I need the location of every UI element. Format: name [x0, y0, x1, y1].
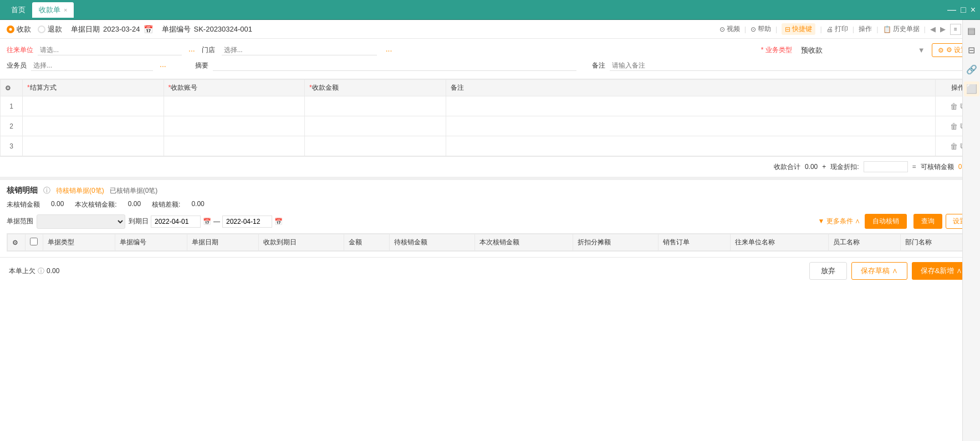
recon-col-staff: 员工名称 — [829, 234, 901, 251]
prev-icon[interactable]: ◀ — [930, 25, 936, 33]
pending-tab[interactable]: 待核销单据(0笔) — [56, 186, 104, 196]
table-row: 3 🗑 ⧉ — [1, 136, 980, 156]
help-btn[interactable]: ⊙ 帮助 — [751, 24, 771, 34]
tab-current[interactable]: 收款单 × — [32, 2, 74, 18]
col-settings[interactable]: ⚙ — [1, 80, 23, 96]
counterpart-input[interactable] — [38, 45, 182, 55]
business-type-value: 预收款 — [801, 45, 911, 55]
store-more-icon[interactable]: ··· — [384, 46, 395, 55]
sidebar-link-icon[interactable]: 🔗 — [964, 62, 979, 77]
sidebar-expand-icon[interactable]: ⬜ — [964, 81, 979, 96]
collection-table: ⚙ *结算方式 *收款账号 *收款金额 备注 操作 1 — [0, 79, 980, 156]
recon-select-all[interactable] — [30, 238, 38, 245]
range-select[interactable] — [37, 214, 125, 229]
tab-close-icon[interactable]: × — [64, 7, 67, 13]
current-label: 本单上欠 — [9, 266, 35, 276]
print-btn[interactable]: 🖨 打印 — [826, 24, 848, 34]
auto-reconcile-btn[interactable]: 自动核销 — [865, 214, 907, 229]
recon-info-icon[interactable]: ⓘ — [43, 186, 50, 196]
history-btn[interactable]: 📋 历史单据 — [883, 24, 920, 34]
radio-collection-dot — [7, 25, 14, 33]
recon-search-area: 单据范围 到期日 📅 — 📅 — [7, 214, 811, 229]
business-type-label: * 业务类型 — [761, 45, 792, 55]
amount-2[interactable] — [305, 116, 446, 136]
recon-table-wrapper: ⚙ 单据类型 单据编号 单据日期 收款到期日 金额 待核销金额 本次核销金额 — [7, 233, 973, 252]
settlement-2[interactable] — [23, 116, 164, 136]
note-input[interactable] — [610, 60, 973, 71]
settlement-1[interactable] — [23, 96, 164, 116]
equals-sign: = — [912, 163, 916, 171]
amount-3[interactable] — [305, 136, 446, 156]
amount-1[interactable] — [305, 96, 446, 116]
date-value[interactable]: 2023-03-24 — [103, 25, 140, 33]
radio-refund-label: 退款 — [48, 24, 62, 34]
calendar-to-icon[interactable]: 📅 — [274, 218, 283, 225]
staff-input[interactable] — [31, 60, 153, 71]
table-row: 2 🗑 ⧉ — [1, 116, 980, 136]
close-icon[interactable]: × — [971, 5, 976, 15]
delete-row-2-icon[interactable]: 🗑 — [950, 122, 958, 131]
more-conditions-btn[interactable]: ▼ 更多条件 ∧ — [818, 217, 860, 226]
recon-col-settings[interactable]: ⚙ — [8, 234, 25, 251]
note-1[interactable] — [446, 96, 936, 116]
reconciliation-section: 核销明细 ⓘ 待核销单据(0笔) 已核销单据(0笔) 未核销金额 0.00 本次… — [0, 177, 980, 257]
form-row-2: 业务员 ··· 摘要 备注 — [7, 60, 973, 71]
recon-col-counterpart: 往来单位名称 — [730, 234, 829, 251]
tab-home-label: 首页 — [11, 5, 25, 15]
date-label: 单据日期 — [71, 24, 100, 34]
settlement-3[interactable] — [23, 136, 164, 156]
operation-btn[interactable]: 操作 — [859, 24, 872, 34]
delete-row-3-icon[interactable]: 🗑 — [950, 142, 958, 151]
col-note: 备注 — [446, 80, 936, 96]
counterpart-more-icon[interactable]: ··· — [186, 46, 197, 55]
radio-collection[interactable]: 收款 — [7, 24, 31, 34]
calendar-from-icon[interactable]: 📅 — [203, 218, 211, 225]
account-1[interactable] — [164, 96, 305, 116]
operation-label: 操作 — [859, 24, 872, 34]
account-2[interactable] — [164, 116, 305, 136]
tab-home[interactable]: 首页 — [4, 2, 32, 18]
date-from-input[interactable] — [151, 216, 201, 228]
next-icon[interactable]: ▶ — [940, 25, 946, 33]
store-section: 门店 ··· — [202, 45, 757, 55]
sidebar-table-icon[interactable]: ▤ — [965, 23, 978, 38]
tab-bar: 首页 收款单 × — □ × — [0, 0, 980, 20]
layout-list-icon[interactable]: ≡ — [950, 24, 961, 35]
toolbar-right: ⊙ 视频 | ⊙ 帮助 | ⊟ 快捷键 | — [719, 23, 973, 35]
minimize-icon[interactable]: — — [947, 5, 956, 15]
store-input[interactable] — [222, 45, 377, 55]
row-num-3: 3 — [1, 136, 23, 156]
radio-refund[interactable]: 退款 — [38, 24, 62, 34]
due-date-field: 到期日 📅 — 📅 — [129, 216, 283, 228]
bottom-info-icon[interactable]: ⓘ — [38, 266, 44, 276]
calendar-icon[interactable]: 📅 — [144, 25, 153, 34]
recon-col-date: 单据日期 — [187, 234, 259, 251]
bottom-info: 本单上欠 ⓘ 0.00 — [9, 266, 59, 276]
summary-input[interactable] — [213, 60, 576, 71]
this-time-label: 本次核销金额: — [75, 200, 116, 209]
collection-table-container: ⚙ *结算方式 *收款账号 *收款金额 备注 操作 1 — [0, 79, 980, 156]
cash-discount-input[interactable] — [864, 161, 908, 172]
number-value[interactable]: SK-20230324-001 — [194, 25, 253, 33]
shortcut-btn[interactable]: ⊟ 快捷键 — [782, 23, 815, 35]
abandon-btn[interactable]: 放弃 — [809, 262, 847, 280]
sum-row: 收款合计 0.00 + 现金折扣: = 可核销金额 0.00 — [0, 156, 980, 177]
delete-row-1-icon[interactable]: 🗑 — [950, 102, 958, 111]
recon-col-type: 单据类型 — [43, 234, 115, 251]
maximize-icon[interactable]: □ — [961, 5, 966, 15]
note-3[interactable] — [446, 136, 936, 156]
account-3[interactable] — [164, 136, 305, 156]
sidebar-list-icon[interactable]: ⊟ — [966, 43, 977, 58]
date-to-input[interactable] — [222, 216, 272, 228]
print-label: 打印 — [835, 24, 848, 34]
query-btn[interactable]: 查询 — [913, 214, 942, 229]
save-draft-btn[interactable]: 保存草稿 ∧ — [851, 262, 907, 280]
form-row-1: 往来单位 ··· 门店 ··· * 业务类型 预收款 ▼ — [7, 43, 973, 57]
completed-tab[interactable]: 已核销单据(0笔) — [110, 186, 158, 196]
gear-icon: ⚙ — [938, 47, 944, 54]
business-type-dropdown-icon[interactable]: ▼ — [918, 46, 925, 54]
staff-more-icon[interactable]: ··· — [157, 61, 169, 70]
note-2[interactable] — [446, 116, 936, 136]
video-btn[interactable]: ⊙ 视频 — [719, 24, 740, 34]
video-icon: ⊙ — [719, 25, 725, 33]
